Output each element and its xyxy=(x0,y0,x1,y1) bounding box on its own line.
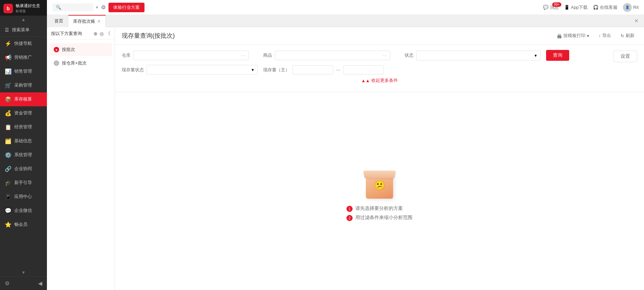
inventory-status-label: 现存量状态 xyxy=(122,67,144,73)
user-menu[interactable]: 👤 Rit xyxy=(623,3,639,12)
empty-step-1: 1 请先选择要分析的方案 xyxy=(346,205,412,212)
settings-icon[interactable]: ⚙ xyxy=(5,280,10,287)
export-icon: ↑ xyxy=(599,33,601,38)
search-icon: ☰ xyxy=(5,27,9,33)
tab-home[interactable]: 首页 xyxy=(50,15,68,27)
side-buttons: 设置 xyxy=(613,50,637,62)
app-subtitle: 标准版 xyxy=(16,9,40,14)
marketing-icon: 📢 xyxy=(5,54,12,61)
status-label: 状态 xyxy=(405,52,413,58)
sidebar-item-enterprise[interactable]: 🔗 企业协同 xyxy=(0,162,47,176)
sidebar-item-operations[interactable]: 📋 经营管理 xyxy=(0,120,47,134)
warehouse-text-input[interactable] xyxy=(137,53,240,58)
sidebar-item-marketing[interactable]: 📢 营销推广 xyxy=(0,51,47,65)
topbar-left: 🔍 ▾ ⚙ 体验行业方案 xyxy=(52,3,145,12)
product-text-input[interactable] xyxy=(278,53,381,58)
main-area: 🔍 ▾ ⚙ 体验行业方案 💬 消息 99+ 📱 App下载 🎧 在线客服 xyxy=(47,0,644,290)
product-input[interactable]: ··· xyxy=(275,51,390,60)
collapse-sidebar-icon[interactable]: ◀ xyxy=(38,280,42,287)
topbar-search-icon: 🔍 xyxy=(56,5,61,10)
page-actions: 🖨️ 按模板打印 ▾ ↑ 导出 ↻ 刷新 xyxy=(554,31,638,40)
step-1-number: 1 xyxy=(346,206,353,212)
solution-by-batch[interactable]: ● 按批次 xyxy=(50,43,112,56)
print-dropdown-arrow[interactable]: ▾ xyxy=(587,33,589,38)
sidebar-scroll-up[interactable]: ▲ xyxy=(0,16,47,23)
content-area: 按以下方案查询 ⊕ ◎ 《 ● 按批次 ○ 按仓库+批次 xyxy=(47,27,644,290)
warehouse-input[interactable]: ··· xyxy=(133,51,249,60)
sidebar-label-quick-nav: 快捷导航 xyxy=(14,40,32,47)
sidebar-item-quick-nav[interactable]: ⚡ 快捷导航 xyxy=(0,37,47,51)
sidebar-search-menu[interactable]: ☰ 搜索菜单 xyxy=(0,23,47,37)
inventory-qty-dash: — xyxy=(336,67,340,72)
topbar: 🔍 ▾ ⚙ 体验行业方案 💬 消息 99+ 📱 App下载 🎧 在线客服 xyxy=(47,0,644,15)
close-panel-icon[interactable]: ✕ xyxy=(634,18,639,24)
collapse-panel-button[interactable]: 《 xyxy=(106,31,111,37)
left-panel: 按以下方案查询 ⊕ ◎ 《 ● 按批次 ○ 按仓库+批次 xyxy=(47,27,115,290)
inventory-icon: 📦 xyxy=(5,96,12,103)
sidebar-label-apps: 应用中心 xyxy=(14,194,32,200)
trial-button[interactable]: 体验行业方案 xyxy=(108,3,145,12)
messages-badge: 99+ xyxy=(552,2,561,7)
product-more-icon[interactable]: ··· xyxy=(383,53,387,58)
collapse-conditions-button[interactable]: ▲▲ 收起更多条件 xyxy=(122,75,637,86)
app-download-button[interactable]: 📱 App下载 xyxy=(564,4,588,11)
print-label: 按模板打印 xyxy=(563,33,586,39)
topbar-search-box[interactable]: 🔍 xyxy=(52,3,93,11)
refresh-button[interactable]: ↻ 刷新 xyxy=(618,31,637,40)
inventory-qty-label: 现存量（主） xyxy=(263,67,290,73)
sidebar-item-wechat[interactable]: 💬 企业微信 xyxy=(0,204,47,218)
action-buttons: 查询 xyxy=(546,50,569,61)
topbar-gear-icon[interactable]: ⚙ xyxy=(101,4,106,11)
empty-step-2: 2 用过滤条件来缩小分析范围 xyxy=(346,215,412,221)
topbar-search-input[interactable] xyxy=(63,5,83,10)
topbar-dropdown-arrow[interactable]: ▾ xyxy=(96,5,98,10)
export-button[interactable]: ↑ 导出 xyxy=(596,31,614,40)
empty-state: 😕 1 请先选择要分析的方案 2 用过滤条件来缩小分析范围 xyxy=(115,92,644,290)
sidebar-item-finance[interactable]: 💰 资金管理 xyxy=(0,106,47,120)
sidebar: b 畅康通好生意 标准版 ▲ ☰ 搜索菜单 ⚡ 快捷导航 📢 营销推广 📊 销售… xyxy=(0,0,47,290)
solution-by-warehouse-batch[interactable]: ○ 按仓库+批次 xyxy=(50,57,112,70)
settings-button[interactable]: 设置 xyxy=(613,51,637,62)
sales-icon: 📊 xyxy=(5,68,12,75)
status-filter: 状态 ▾ xyxy=(405,51,541,60)
sidebar-item-apps[interactable]: 📱 应用中心 xyxy=(0,190,47,204)
inventory-qty-to[interactable] xyxy=(343,65,384,74)
inventory-status-select[interactable]: ▾ xyxy=(147,65,258,75)
inventory-batch-tab-label: 库存批次账 xyxy=(73,18,95,24)
sidebar-footer: ⚙ ◀ xyxy=(0,276,47,290)
warehouse-more-icon[interactable]: ··· xyxy=(241,53,245,58)
tab-close-inventory-batch[interactable]: ✕ xyxy=(97,19,101,24)
solution-settings-button[interactable]: ◎ xyxy=(100,31,104,36)
sidebar-item-sales[interactable]: 📊 销售管理 xyxy=(0,65,47,78)
sidebar-item-system[interactable]: ⚙️ 系统管理 xyxy=(0,148,47,162)
status-dropdown-arrow: ▾ xyxy=(535,53,537,58)
sidebar-scroll-down[interactable]: ▼ xyxy=(0,269,47,276)
customer-service-button[interactable]: 🎧 在线客服 xyxy=(593,4,617,11)
tab-inventory-batch[interactable]: 库存批次账 ✕ xyxy=(68,15,106,27)
solution-dot-batch: ● xyxy=(54,47,59,52)
inventory-qty-to-input[interactable] xyxy=(347,67,404,72)
refresh-icon: ↻ xyxy=(621,33,624,38)
status-select[interactable]: ▾ xyxy=(416,51,541,60)
inventory-qty-from[interactable] xyxy=(292,65,333,74)
messages-button[interactable]: 💬 消息 99+ xyxy=(543,4,559,11)
app-download-label: App下载 xyxy=(571,4,588,11)
avatar: 👤 xyxy=(623,3,632,12)
member-icon: ⭐ xyxy=(5,221,12,228)
sidebar-item-basics[interactable]: 🗂️ 基础信息 xyxy=(0,134,47,148)
box-body: 😕 xyxy=(366,175,393,199)
wechat-icon: 💬 xyxy=(5,207,12,214)
sidebar-nav: ☰ 搜索菜单 ⚡ 快捷导航 📢 营销推广 📊 销售管理 🛒 采购管理 📦 库存核… xyxy=(0,23,47,269)
app-logo: b xyxy=(3,4,13,13)
sidebar-item-purchase[interactable]: 🛒 采购管理 xyxy=(0,78,47,92)
left-panel-header: 按以下方案查询 ⊕ ◎ 《 xyxy=(47,27,115,40)
sidebar-item-newbie[interactable]: 🎓 新手引导 xyxy=(0,176,47,190)
add-solution-button[interactable]: ⊕ xyxy=(94,31,98,36)
sidebar-item-inventory[interactable]: 📦 库存核算 xyxy=(0,92,47,106)
print-button[interactable]: 🖨️ 按模板打印 ▾ xyxy=(554,31,592,40)
user-name: Rit xyxy=(633,5,639,10)
enterprise-icon: 🔗 xyxy=(5,166,12,172)
query-button[interactable]: 查询 xyxy=(546,50,569,61)
sidebar-item-member[interactable]: ⭐ 畅会员 xyxy=(0,218,47,232)
filter-area: 仓库 ··· 商品 ··· xyxy=(115,44,644,92)
